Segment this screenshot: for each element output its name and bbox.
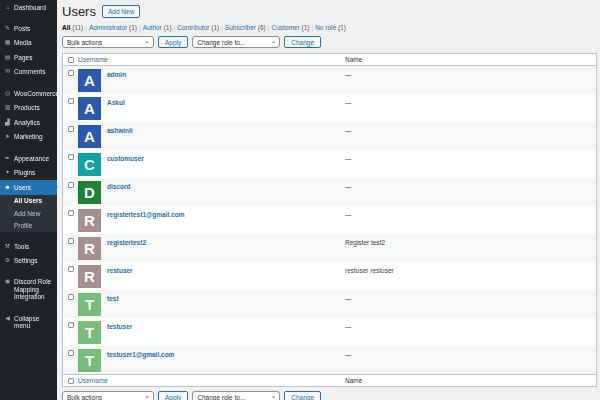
apply-button[interactable]: Apply xyxy=(158,391,188,400)
sidebar-item-label: Appearance xyxy=(14,155,49,162)
role-filter-link[interactable]: All xyxy=(62,24,70,31)
sidebar-item-tools[interactable]: ⚒ Tools xyxy=(0,239,57,253)
change-role-select[interactable]: Change role to... ⌄ xyxy=(192,391,280,400)
sidebar-item-profile[interactable]: Profile xyxy=(0,220,57,232)
sidebar-item-pages[interactable]: ▤ Pages xyxy=(0,50,57,64)
row-checkbox[interactable] xyxy=(68,182,74,188)
username-link[interactable]: registertest1@gmail.com xyxy=(107,211,185,218)
change-button[interactable]: Change xyxy=(284,36,321,48)
username-column-header[interactable]: Username xyxy=(78,377,108,384)
role-filter-count: (1) xyxy=(338,24,346,31)
username-link[interactable]: ashwinii xyxy=(107,127,133,134)
name-cell: — xyxy=(345,69,596,78)
bulk-actions-value: Bulk actions xyxy=(67,39,102,46)
name-cell: — xyxy=(345,181,596,190)
sidebar-item-label: Profile xyxy=(14,222,32,229)
username-link[interactable]: registertest2 xyxy=(107,239,146,246)
name-cell: — xyxy=(345,293,596,302)
apply-button[interactable]: Apply xyxy=(158,36,188,48)
change-role-value: Change role to... xyxy=(197,394,245,400)
sidebar-item-analytics[interactable]: ▟ Analytics xyxy=(0,115,57,129)
chevron-down-icon: ⌄ xyxy=(144,391,150,400)
table-body: A admin — A Askul — A ashwinii — C custo… xyxy=(63,66,596,374)
media-icon: ▦ xyxy=(4,39,11,46)
sidebar-item-appearance[interactable]: ✒ Appearance xyxy=(0,151,57,165)
avatar: R xyxy=(78,237,101,260)
chevron-down-icon: ⌄ xyxy=(270,391,276,400)
avatar: A xyxy=(78,125,101,148)
row-checkbox[interactable] xyxy=(68,70,74,76)
sidebar-item-collapse-menu[interactable]: ◀ Collapse menu xyxy=(0,311,57,333)
analytics-icon: ▟ xyxy=(4,119,11,126)
sidebar-item-settings[interactable]: ⚙ Settings xyxy=(0,254,57,268)
table-row: T testuser — xyxy=(63,318,596,346)
table-row: R restuser restuser restuser xyxy=(63,262,596,290)
sidebar-item-plugins[interactable]: ✦ Plugins xyxy=(0,166,57,180)
sidebar-item-media[interactable]: ▦ Media xyxy=(0,36,57,50)
name-cell: Register test2 xyxy=(345,237,596,246)
avatar: T xyxy=(78,321,101,344)
sidebar-item-label: Analytics xyxy=(14,119,40,126)
bulk-actions-select[interactable]: Bulk actions ⌄ xyxy=(62,391,154,400)
role-filter-link[interactable]: Customer xyxy=(271,24,299,31)
row-checkbox[interactable] xyxy=(68,210,74,216)
sidebar-item-add-new[interactable]: Add New xyxy=(0,207,57,219)
sidebar-item-label: Posts xyxy=(14,25,30,32)
sidebar-item-posts[interactable]: ✎ Posts xyxy=(0,21,57,35)
row-checkbox[interactable] xyxy=(68,266,74,272)
role-filter-link[interactable]: Administrator xyxy=(89,24,127,31)
bulk-actions-select[interactable]: Bulk actions ⌄ xyxy=(62,36,154,48)
username-link[interactable]: restuser xyxy=(107,267,133,274)
row-checkbox[interactable] xyxy=(68,322,74,328)
sidebar-menu: ⌂ Dashboard ✎ Posts ▦ Media ▤ Pages ✉ Co… xyxy=(0,0,57,333)
sidebar-item-users[interactable]: ☻ Users xyxy=(0,180,57,194)
sidebar-item-marketing[interactable]: ➤ Marketing xyxy=(0,130,57,144)
users-icon: ☻ xyxy=(4,184,11,191)
role-filter-link[interactable]: No role xyxy=(315,24,336,31)
change-role-value: Change role to... xyxy=(197,39,245,46)
username-link[interactable]: discord xyxy=(107,183,130,190)
avatar: C xyxy=(78,153,101,176)
sidebar-item-woocommerce[interactable]: ◎ WooCommerce xyxy=(0,86,57,100)
username-column-header[interactable]: Username xyxy=(78,56,108,63)
page-header: Users Add New xyxy=(62,4,597,19)
username-link[interactable]: testuser xyxy=(107,323,132,330)
role-filter-link[interactable]: Subscriber xyxy=(225,24,256,31)
row-checkbox[interactable] xyxy=(68,238,74,244)
row-checkbox[interactable] xyxy=(68,98,74,104)
select-all-checkbox[interactable] xyxy=(68,57,74,63)
role-filter-link[interactable]: Contributor xyxy=(177,24,209,31)
avatar: R xyxy=(78,265,101,288)
add-new-button[interactable]: Add New xyxy=(102,5,140,18)
sidebar-item-label: Collapse menu xyxy=(14,315,54,330)
row-checkbox[interactable] xyxy=(68,294,74,300)
row-checkbox[interactable] xyxy=(68,350,74,356)
table-row: R registertest2 Register test2 xyxy=(63,234,596,262)
avatar: R xyxy=(78,209,101,232)
username-link[interactable]: Askul xyxy=(107,99,125,106)
username-link[interactable]: testuser1@gmail.com xyxy=(107,351,174,358)
username-link[interactable]: customuser xyxy=(107,155,144,162)
row-checkbox[interactable] xyxy=(68,126,74,132)
row-checkbox[interactable] xyxy=(68,154,74,160)
sidebar-item-discord-role-mapping-integration[interactable]: ◉ Discord Role Mapping Integration xyxy=(0,275,57,304)
change-button[interactable]: Change xyxy=(284,391,321,400)
chevron-down-icon: ⌄ xyxy=(270,36,276,46)
sidebar-item-comments[interactable]: ✉ Comments xyxy=(0,65,57,79)
sidebar-item-label: Add New xyxy=(14,210,40,217)
bottom-bulk-actions-bar: Bulk actions ⌄ Apply Change role to... ⌄… xyxy=(62,391,597,400)
select-all-checkbox[interactable] xyxy=(68,378,74,384)
role-filter-link[interactable]: Author xyxy=(143,24,162,31)
sidebar-item-all-users[interactable]: All Users xyxy=(0,195,57,207)
tools-icon: ⚒ xyxy=(4,243,11,250)
username-link[interactable]: test xyxy=(107,295,119,302)
name-cell: restuser restuser xyxy=(345,265,596,274)
change-role-select[interactable]: Change role to... ⌄ xyxy=(192,36,280,48)
username-link[interactable]: admin xyxy=(107,71,126,78)
sidebar-item-dashboard[interactable]: ⌂ Dashboard xyxy=(0,0,57,14)
table-row: T testuser1@gmail.com — xyxy=(63,346,596,374)
role-filter-contributor: Contributor (1) xyxy=(177,24,219,31)
sidebar-item-label: Users xyxy=(14,184,31,191)
sidebar-item-products[interactable]: ▥ Products xyxy=(0,101,57,115)
comments-icon: ✉ xyxy=(4,68,11,75)
